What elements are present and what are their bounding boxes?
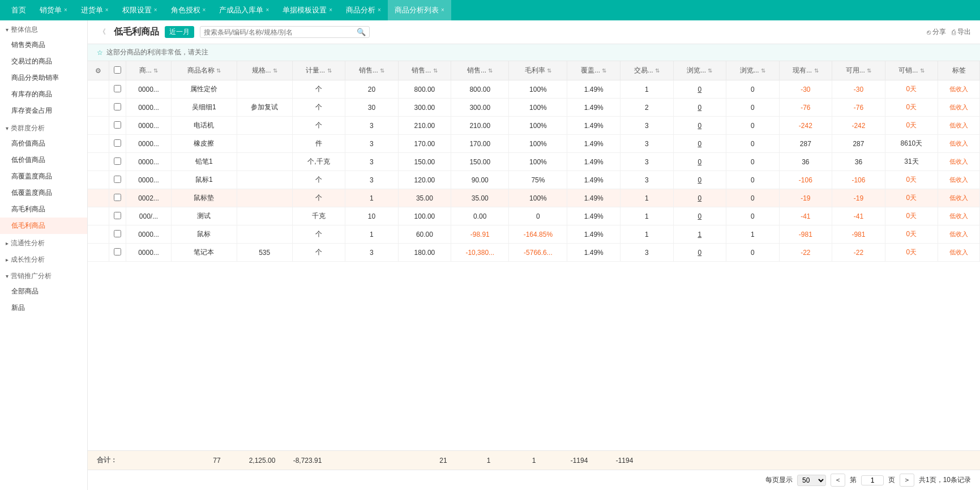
page-number-input[interactable] (861, 475, 884, 485)
col-view1-header[interactable]: 浏览... ⇅ (673, 61, 726, 80)
sidebar-item-high-margin[interactable]: 高毛利商品 (0, 201, 87, 218)
cell-code-7: 000/... (126, 207, 172, 225)
sidebar-group-overall[interactable]: ▾ 整体信息 (0, 20, 87, 37)
cell-view1-4[interactable]: 0 (673, 153, 726, 171)
sidebar-item-low-coverage[interactable]: 低覆盖度商品 (0, 185, 87, 201)
cell-sales-profit-9: -10,380... (451, 244, 509, 262)
col-unit-header[interactable]: 计量... ⇅ (292, 61, 345, 80)
nav-purchase-close-icon[interactable]: × (105, 0, 109, 20)
sidebar-item-new-products[interactable]: 新品 (0, 300, 87, 316)
sidebar-item-low-value[interactable]: 低价值商品 (0, 152, 87, 168)
row-checkbox-9[interactable] (114, 248, 121, 255)
nav-product-in[interactable]: 产成品入库单 × (212, 0, 276, 20)
cell-view1-5[interactable]: 0 (673, 171, 726, 189)
cell-view1-7[interactable]: 0 (673, 207, 726, 225)
nav-analysis-list-close-icon[interactable]: × (441, 0, 444, 20)
sidebar-group-marketing[interactable]: ▾ 营销推广分析 (0, 267, 87, 283)
cell-view1-2[interactable]: 0 (673, 117, 726, 135)
sidebar-item-high-coverage[interactable]: 高覆盖度商品 (0, 168, 87, 185)
nav-template-close-icon[interactable]: × (329, 0, 332, 20)
sidebar-item-sales-products[interactable]: 销售类商品 (0, 37, 87, 53)
col-current-stock-header[interactable]: 现有... ⇅ (779, 61, 832, 80)
select-all-checkbox[interactable] (114, 66, 121, 74)
nav-sales-order[interactable]: 销货单 × (33, 0, 74, 20)
row-checkbox-3[interactable] (114, 139, 121, 147)
nav-permission-close-icon[interactable]: × (154, 0, 157, 20)
row-checkbox-2[interactable] (114, 121, 121, 129)
cell-view1-0[interactable]: 0 (673, 80, 726, 99)
cell-margin-6: 100% (509, 189, 567, 207)
sidebar-item-all-products[interactable]: 全部商品 (0, 283, 87, 300)
row-checkbox-8[interactable] (114, 230, 121, 237)
share-btn[interactable]: ⎋ 分享 (927, 27, 946, 37)
sidebar-item-category-rate[interactable]: 商品分类助销率 (0, 70, 87, 86)
cell-coverage-8: 1.49% (567, 225, 620, 244)
row-checkbox-1[interactable] (114, 103, 121, 110)
tag-label-6: 低收入 (949, 194, 968, 201)
nav-product-analysis-list[interactable]: 商品分析列表 × (388, 0, 451, 20)
row-checkbox-6[interactable] (114, 194, 121, 201)
nav-role-close-icon[interactable]: × (203, 0, 206, 20)
col-sales-count-header[interactable]: 销售... ⇅ (345, 61, 399, 80)
col-view2-header[interactable]: 浏览... ⇅ (726, 61, 780, 80)
sidebar-item-traded-products[interactable]: 交易过的商品 (0, 53, 87, 70)
nav-purchase-order[interactable]: 进货单 × (74, 0, 115, 20)
col-transaction-header[interactable]: 交易... ⇅ (620, 61, 674, 80)
row-checkbox-5[interactable] (114, 176, 121, 183)
cell-code-8: 0000... (126, 225, 172, 244)
cell-view1-9[interactable]: 0 (673, 244, 726, 262)
col-margin-header[interactable]: 毛利率 ⇅ (509, 61, 567, 80)
col-coverage-header[interactable]: 覆盖... ⇅ (567, 61, 620, 80)
row-checkbox-4[interactable] (114, 157, 121, 165)
nav-product-analysis[interactable]: 商品分析 × (339, 0, 388, 20)
nav-template[interactable]: 单据模板设置 × (276, 0, 339, 20)
cell-sales-count-0: 20 (345, 80, 399, 99)
export-btn[interactable]: ⎙ 导出 (952, 27, 971, 37)
sidebar-group-flow[interactable]: ▸ 流通性分析 (0, 234, 87, 250)
sidebar-group-growth-label: 成长性分析 (11, 255, 45, 265)
nav-home[interactable]: 首页 (5, 0, 33, 20)
cell-sales-price-8: 60.00 (398, 225, 451, 244)
col-settings-header[interactable]: ⚙ (88, 61, 109, 80)
sidebar-group-cluster[interactable]: ▾ 类群度分析 (0, 119, 87, 135)
col-settings-icon[interactable]: ⚙ (95, 67, 101, 75)
cell-transaction-7: 1 (620, 207, 674, 225)
sidebar-collapse-btn[interactable]: 《 (97, 25, 108, 39)
cell-sales-count-4: 3 (345, 153, 399, 171)
cell-current-stock-9: -22 (779, 244, 832, 262)
prev-page-btn[interactable]: ＜ (831, 474, 845, 487)
date-filter-btn[interactable]: 近一月 (165, 26, 194, 38)
col-available-header[interactable]: 可用... ⇅ (832, 61, 885, 80)
row-checkbox-0[interactable] (114, 85, 121, 92)
sidebar-item-capital[interactable]: 库存资金占用 (0, 103, 87, 119)
sidebar-item-in-stock[interactable]: 有库存的商品 (0, 86, 87, 103)
cell-view1-8[interactable]: 1 (673, 225, 726, 244)
col-code-header[interactable]: 商... ⇅ (126, 61, 172, 80)
col-sales-price-header[interactable]: 销售... ⇅ (398, 61, 451, 80)
row-checkbox-7[interactable] (114, 212, 121, 219)
col-spec-header[interactable]: 规格... ⇅ (237, 61, 292, 80)
cell-coverage-2: 1.49% (567, 117, 620, 135)
table-row: 0000... 铅笔1 个,千克 3 150.00 150.00 100% 1.… (88, 153, 980, 171)
nav-product-analysis-close-icon[interactable]: × (378, 0, 381, 20)
next-page-btn[interactable]: ＞ (900, 474, 914, 487)
col-saleable-header[interactable]: 可销... ⇅ (885, 61, 938, 80)
cell-view1-3[interactable]: 0 (673, 135, 726, 153)
col-sales-profit-header[interactable]: 销售... ⇅ (451, 61, 509, 80)
search-icon[interactable]: 🔍 (357, 28, 366, 36)
nav-product-in-close-icon[interactable]: × (266, 0, 269, 20)
cell-view1-6[interactable]: 0 (673, 189, 726, 207)
col-name-header[interactable]: 商品名称 ⇅ (171, 61, 237, 80)
cell-view1-1[interactable]: 0 (673, 99, 726, 117)
search-input[interactable] (204, 28, 357, 36)
sidebar-group-growth[interactable]: ▸ 成长性分析 (0, 250, 87, 267)
cell-margin-2: 100% (509, 117, 567, 135)
cell-name-2: 电话机 (171, 117, 237, 135)
nav-sales-close-icon[interactable]: × (64, 0, 67, 20)
nav-permission[interactable]: 权限设置 × (115, 0, 164, 20)
sidebar-item-low-margin[interactable]: 低毛利商品 (0, 218, 87, 234)
page-size-select[interactable]: 50 100 200 (797, 475, 826, 486)
nav-role-auth[interactable]: 角色授权 × (164, 0, 213, 20)
cell-spec-9: 535 (237, 244, 292, 262)
sidebar-item-high-value[interactable]: 高价值商品 (0, 135, 87, 152)
